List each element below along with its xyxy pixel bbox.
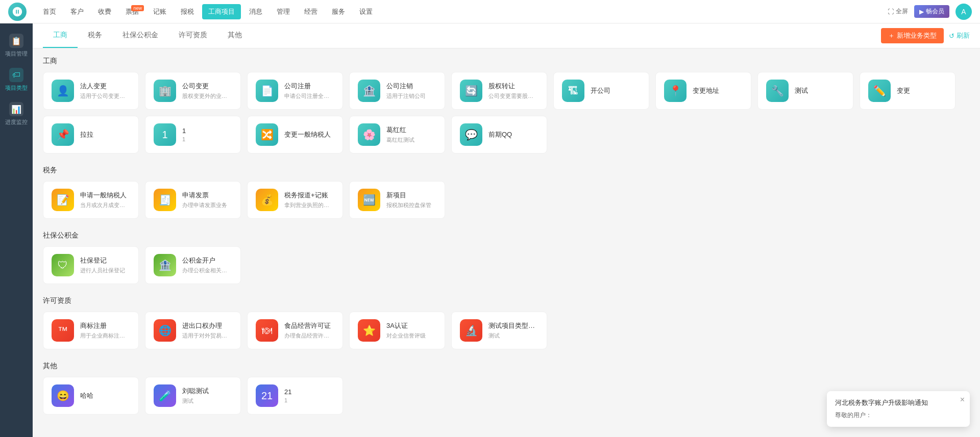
card-测试[interactable]: 🔧测试 [757,72,853,110]
nav-item-收费[interactable]: 收费 [92,4,117,19]
sub-tab-税务[interactable]: 税务 [78,23,112,48]
card-公司注册[interactable]: 📄公司注册申请公司注册全流程 [247,72,343,110]
sub-tab-其他[interactable]: 其他 [217,23,252,48]
card-公司变更[interactable]: 🏢公司变更股权变更外的业务变更 [145,72,241,110]
logo[interactable] [8,3,27,21]
top-nav: 首页客户收费票据new记账报税工商项目消息管理经营服务设置 ⛶ 全屏 ▶ 畅会员… [0,0,980,23]
sidebar-item-项目类型[interactable]: 🏷项目类型 [0,63,33,97]
card-公司注销[interactable]: 🏦公司注销适用于注销公司 [349,72,445,110]
card-申请一般纳税人[interactable]: 📝申请一般纳税人当月或次月成变更完成 [43,181,139,219]
add-type-button[interactable]: ＋ 新增业务类型 [881,28,944,43]
card-icon: 🏦 [154,254,176,276]
card-name: 哈哈 [80,391,130,400]
card-info: 葛红红葛红红测试 [386,125,436,144]
nav-item-设置[interactable]: 设置 [353,4,379,19]
card-icon: 📌 [52,123,74,146]
nav-item-经营[interactable]: 经营 [298,4,324,19]
card-商标注册[interactable]: ™商标注册用于企业商标注册服务 [43,312,139,349]
fullscreen-icon: ⛶ [888,8,894,15]
card-info: 公积金开户办理公积金相关业务 [182,256,232,274]
nav-item-消息[interactable]: 消息 [243,4,268,19]
card-icon: 🔬 [460,319,482,342]
sidebar-item-进度监控[interactable]: 📊进度监控 [0,97,33,131]
nav-item-工商项目[interactable]: 工商项目 [202,4,241,19]
card-name: 1 [182,127,232,135]
nav-item-服务[interactable]: 服务 [326,4,351,19]
card-icon: 🌸 [358,123,380,146]
card-info: 测试 [795,86,845,95]
nav-item-管理[interactable]: 管理 [271,4,296,19]
card-3A认证[interactable]: ⭐3A认证对企业信誉评级 [349,312,445,349]
avatar[interactable]: A [955,4,972,20]
card-哈哈[interactable]: 😄哈哈 [43,377,139,415]
card-变更地址[interactable]: 📍变更地址 [655,72,751,110]
card-21[interactable]: 21211 [247,377,343,415]
fullscreen-btn[interactable]: ⛶ 全屏 [888,7,908,16]
card-icon: 🛡 [52,254,74,276]
card-变更一般纳税人[interactable]: 🔀变更一般纳税人 [247,116,343,153]
card-icon: 🏢 [154,80,176,102]
card-info: 社保登记进行人员社保登记 [80,256,130,274]
sub-nav-actions: ＋ 新增业务类型 ↺ 刷新 [881,28,970,43]
vip-button[interactable]: ▶ 畅会员 [914,5,949,18]
nav-item-首页[interactable]: 首页 [37,4,62,19]
sub-tab-社保公积金[interactable]: 社保公积金 [112,23,168,48]
card-icon: ™ [52,319,74,342]
nav-item-客户[interactable]: 客户 [64,4,90,19]
notification-close-button[interactable]: × [960,395,965,404]
card-name: 开公司 [591,86,641,95]
card-法人变更[interactable]: 👤法人变更适用于公司变更法人 [43,72,139,110]
card-info: 公司注销适用于注销公司 [386,82,436,100]
card-desc: 办理食品经营许可证 [284,332,334,340]
section-title: 社保公积金 [43,231,970,240]
cards-grid: 🛡社保登记进行人员社保登记🏦公积金开户办理公积金相关业务 [43,246,970,284]
card-name: 公司变更 [182,82,232,91]
card-icon: ✏️ [868,80,891,102]
card-desc: 报税加税控盘保管 [386,201,436,209]
sidebar-item-项目管理[interactable]: 📋项目管理 [0,29,33,63]
card-icon: 😄 [52,384,74,407]
card-name: 葛红红 [386,125,436,135]
card-股权转让[interactable]: 🔄股权转让公司变更需要股权转让 [451,72,547,110]
card-desc: 测试 [488,332,538,340]
cards-grid: 📝申请一般纳税人当月或次月成变更完成🧾申请发票办理申请发票业务💰税务报道+记账拿… [43,181,970,219]
card-desc: 公司变更需要股权转让 [488,92,538,100]
card-拉拉[interactable]: 📌拉拉 [43,116,139,153]
card-变更[interactable]: ✏️变更 [860,72,955,110]
card-name: 21 [284,388,334,396]
card-icon: 💰 [256,189,278,211]
nav-badge: new [131,5,144,11]
content-area: 工商👤法人变更适用于公司变更法人🏢公司变更股权变更外的业务变更📄公司注册申请公司… [33,48,980,435]
sub-nav: 工商税务社保公积金许可资质其他 ＋ 新增业务类型 ↺ 刷新 [33,23,980,48]
card-进出口权办理[interactable]: 🌐进出口权办理适用于对外贸易经营者 [145,312,241,349]
nav-item-记账[interactable]: 记账 [147,4,173,19]
card-desc: 拿到营业执照的新公司 [284,201,334,209]
sidebar: 📋项目管理🏷项目类型📊进度监控 [0,23,33,437]
card-测试项目类型目定义[interactable]: 🔬测试项目类型目定义测试 [451,312,547,349]
section-税务: 税务📝申请一般纳税人当月或次月成变更完成🧾申请发票办理申请发票业务💰税务报道+记… [43,166,970,219]
nav-item-票据[interactable]: 票据new [119,4,145,19]
card-info: 公司注册申请公司注册全流程 [284,82,334,100]
card-公积金开户[interactable]: 🏦公积金开户办理公积金相关业务 [145,246,241,284]
add-icon: ＋ [888,31,895,40]
card-desc: 适用于注销公司 [386,92,436,100]
card-社保登记[interactable]: 🛡社保登记进行人员社保登记 [43,246,139,284]
card-申请发票[interactable]: 🧾申请发票办理申请发票业务 [145,181,241,219]
refresh-button[interactable]: ↺ 刷新 [949,31,970,40]
card-葛红红[interactable]: 🌸葛红红葛红红测试 [349,116,445,153]
card-开公司[interactable]: 🏗开公司 [553,72,649,110]
card-desc: 对企业信誉评级 [386,332,436,340]
card-info: 刘聪测试测试 [182,387,232,405]
card-前期QQ[interactable]: 💬前期QQ [451,116,547,153]
sub-tab-工商[interactable]: 工商 [43,23,78,48]
card-desc: 办理公积金相关业务 [182,267,232,274]
sub-tab-许可资质[interactable]: 许可资质 [168,23,217,48]
card-税务报道+记账[interactable]: 💰税务报道+记账拿到营业执照的新公司 [247,181,343,219]
section-title: 许可资质 [43,296,970,305]
nav-item-报税[interactable]: 报税 [175,4,200,19]
card-刘聪测试[interactable]: 🧪刘聪测试测试 [145,377,241,415]
card-name: 刘聪测试 [182,387,232,396]
card-1[interactable]: 111 [145,116,241,153]
card-新项目[interactable]: 🆕新项目报税加税控盘保管 [349,181,445,219]
card-食品经营许可证[interactable]: 🍽食品经营许可证办理食品经营许可证 [247,312,343,349]
